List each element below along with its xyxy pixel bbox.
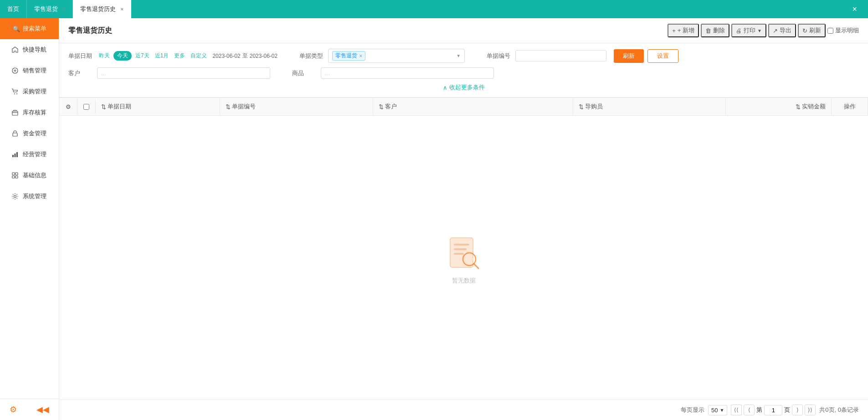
th-customer[interactable]: ⇅ 客户 bbox=[373, 98, 573, 115]
tab-retail-return-history[interactable]: 零售退货历史 × bbox=[73, 0, 131, 18]
svg-rect-3 bbox=[12, 111, 18, 115]
filter-row-2: 客户 ... 商品 ... bbox=[68, 67, 859, 79]
home-icon bbox=[11, 46, 19, 54]
collapse-button[interactable]: ∧ 收起更多条件 bbox=[68, 83, 859, 92]
th-guide[interactable]: ⇅ 导购员 bbox=[573, 98, 726, 115]
th-no[interactable]: ⇅ 单据编号 bbox=[220, 98, 373, 115]
sidebar-bottom: ⚙ ◀◀ bbox=[0, 399, 59, 420]
select-all-checkbox[interactable] bbox=[83, 104, 89, 110]
box-icon bbox=[11, 108, 19, 117]
sidebar-item-inventory[interactable]: 库存核算 bbox=[0, 102, 59, 123]
add-button[interactable]: + + 新增 bbox=[668, 24, 699, 37]
show-detail-checkbox[interactable] bbox=[827, 28, 833, 34]
sidebar-item-purchase-mgmt-label: 采购管理 bbox=[23, 87, 46, 96]
svg-rect-11 bbox=[15, 176, 18, 178]
page-next-button[interactable]: ⟩ bbox=[792, 405, 803, 415]
sidebar-item-business-mgmt-label: 经营管理 bbox=[23, 150, 46, 159]
doc-type-tag-close[interactable]: × bbox=[359, 53, 362, 59]
print-icon: 🖨 bbox=[736, 27, 742, 34]
page-size-select[interactable]: 50 ▼ bbox=[708, 405, 727, 415]
content-area: 零售退货历史 + + 新增 🗑 删除 🖨 打印 ▼ ↗ 导出 bbox=[59, 18, 868, 420]
date-shortcuts: 昨天 今天 近7天 近1月 更多 自定义 bbox=[97, 51, 209, 61]
customer-filter-label: 客户 bbox=[68, 69, 93, 77]
top-bar: 首页 零售退货 × 零售退货历史 × × bbox=[0, 0, 868, 18]
th-date[interactable]: ⇅ 单据日期 bbox=[96, 98, 220, 115]
sidebar-item-business-mgmt[interactable]: 经营管理 bbox=[0, 144, 59, 165]
delete-button[interactable]: 🗑 删除 bbox=[701, 24, 729, 37]
svg-rect-7 bbox=[16, 152, 18, 157]
tab-retail-return-history-close[interactable]: × bbox=[120, 6, 123, 12]
th-amount[interactable]: ⇅ 实销金额 bbox=[726, 98, 832, 115]
svg-rect-8 bbox=[12, 173, 15, 175]
date-shortcut-yesterday[interactable]: 昨天 bbox=[97, 51, 112, 61]
page-last-button[interactable]: ⟩⟩ bbox=[805, 405, 816, 415]
date-from: 2023-06-02 bbox=[212, 53, 240, 59]
sidebar-item-basic-info[interactable]: 基础信息 bbox=[0, 165, 59, 186]
export-button[interactable]: ↗ 导出 bbox=[768, 24, 796, 37]
tag-icon bbox=[11, 67, 19, 75]
search-icon: 🔍 bbox=[13, 26, 20, 32]
grid-icon bbox=[11, 171, 19, 179]
svg-point-19 bbox=[466, 256, 473, 263]
date-shortcut-today[interactable]: 今天 bbox=[113, 51, 132, 61]
date-to: 2023-06-02 bbox=[250, 53, 277, 59]
goods-placeholder: ... bbox=[325, 70, 330, 77]
sidebar-item-purchase-mgmt[interactable]: 采购管理 bbox=[0, 81, 59, 102]
refresh-icon: ↻ bbox=[802, 27, 807, 34]
svg-rect-6 bbox=[15, 154, 16, 157]
window-close-button[interactable]: × bbox=[848, 5, 861, 14]
th-action-label: 操作 bbox=[844, 102, 856, 111]
svg-rect-15 bbox=[454, 248, 467, 250]
page-size-dropdown-icon: ▼ bbox=[719, 408, 724, 413]
tab-home[interactable]: 首页 bbox=[0, 0, 27, 18]
refresh-button[interactable]: ↻ 刷新 bbox=[798, 24, 826, 37]
page-label: 第 bbox=[756, 406, 762, 414]
goods-filter-label: 商品 bbox=[292, 69, 317, 77]
settings-icon bbox=[11, 192, 19, 200]
customer-input[interactable]: ... bbox=[97, 67, 270, 79]
page-prev-button[interactable]: ⟨ bbox=[744, 405, 755, 415]
sidebar-search[interactable]: 🔍 搜索菜单 bbox=[0, 18, 59, 39]
page-header: 零售退货历史 + + 新增 🗑 删除 🖨 打印 ▼ ↗ 导出 bbox=[59, 18, 868, 43]
doc-no-label: 单据编号 bbox=[487, 52, 512, 60]
page-input-wrapper: 第 页 bbox=[756, 405, 790, 415]
settings-button[interactable]: 设置 bbox=[647, 49, 678, 63]
th-customer-label: 客户 bbox=[385, 102, 397, 111]
th-check[interactable] bbox=[77, 99, 96, 114]
tab-retail-return[interactable]: 零售退货 × bbox=[27, 0, 73, 18]
date-filter-label: 单据日期 bbox=[68, 52, 93, 60]
print-button[interactable]: 🖨 打印 ▼ bbox=[731, 24, 766, 37]
sort-no-icon: ⇅ bbox=[226, 103, 231, 110]
date-shortcut-1month[interactable]: 近1月 bbox=[153, 51, 171, 61]
top-bar-right: × bbox=[848, 5, 868, 14]
doc-type-dropdown-arrow: ▼ bbox=[456, 53, 461, 58]
svg-rect-10 bbox=[12, 176, 15, 178]
page-first-button[interactable]: ⟨⟨ bbox=[731, 405, 742, 415]
date-shortcut-custom[interactable]: 自定义 bbox=[189, 51, 209, 61]
show-detail-wrapper: 显示明细 bbox=[827, 26, 859, 35]
doc-type-select[interactable]: 零售退货 × ▼ bbox=[328, 49, 465, 63]
tab-retail-return-close[interactable]: × bbox=[62, 6, 65, 12]
sidebar-item-system-mgmt[interactable]: 系统管理 bbox=[0, 186, 59, 207]
filter-row-1: 单据日期 昨天 今天 近7天 近1月 更多 自定义 2023-06-02 至 2… bbox=[68, 49, 859, 63]
page-number-input[interactable] bbox=[764, 405, 782, 415]
gear-bottom-icon[interactable]: ⚙ bbox=[10, 405, 17, 415]
sidebar-item-sales-mgmt[interactable]: 销售管理 bbox=[0, 60, 59, 81]
add-label: + 新增 bbox=[678, 26, 694, 35]
table-header: ⚙ ⇅ 单据日期 ⇅ 单据编号 ⇅ 客户 ⇅ bbox=[59, 97, 868, 116]
date-shortcut-7days[interactable]: 近7天 bbox=[134, 51, 151, 61]
sidebar-search-label: 搜索菜单 bbox=[23, 25, 46, 33]
sidebar-item-quick-nav[interactable]: 快捷导航 bbox=[0, 39, 59, 60]
empty-text: 暂无数据 bbox=[452, 277, 476, 285]
doc-no-input[interactable] bbox=[515, 50, 606, 61]
empty-illustration bbox=[441, 231, 487, 277]
th-settings[interactable]: ⚙ bbox=[59, 99, 77, 115]
goods-input[interactable]: ... bbox=[321, 67, 494, 79]
svg-rect-9 bbox=[15, 173, 18, 175]
query-button[interactable]: 刷新 bbox=[614, 49, 644, 63]
table-area: ⚙ ⇅ 单据日期 ⇅ 单据编号 ⇅ 客户 ⇅ bbox=[59, 97, 868, 400]
date-shortcut-more[interactable]: 更多 bbox=[172, 51, 187, 61]
sidebar-item-finance[interactable]: 资金管理 bbox=[0, 123, 59, 144]
sort-customer-icon: ⇅ bbox=[379, 103, 384, 110]
volume-icon[interactable]: ◀◀ bbox=[36, 405, 49, 415]
